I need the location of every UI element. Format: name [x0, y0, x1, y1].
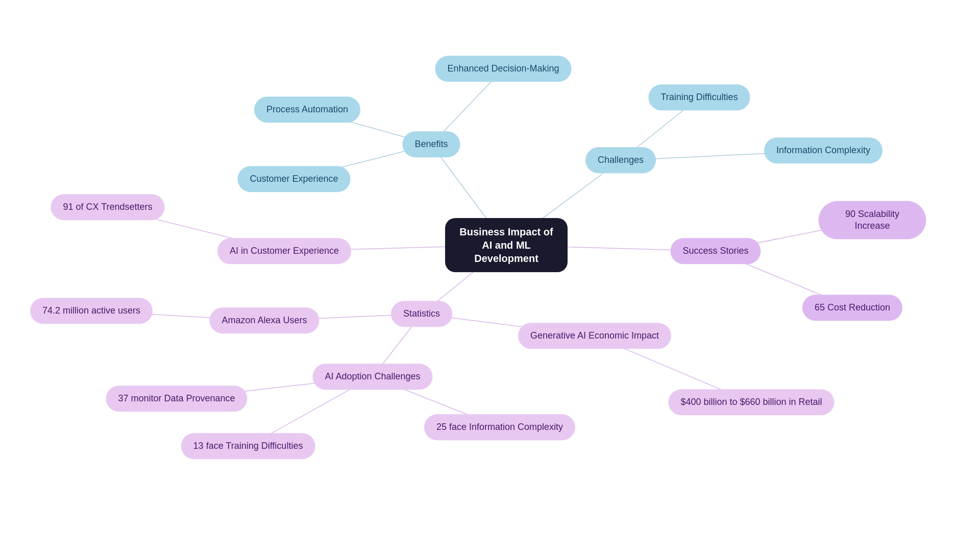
cost-reduction: 65 Cost Reduction [802, 295, 902, 321]
scalability: 90 Scalability Increase [819, 201, 926, 239]
info-complexity-bottom: 25 face Information Complexity [424, 414, 575, 440]
mindmap-container: Business Impact of AI and ML Development… [0, 0, 980, 553]
ai-adoption: AI Adoption Challenges [312, 364, 432, 390]
training-difficulties-top: Training Difficulties [648, 84, 750, 110]
active-users: 74.2 million active users [30, 298, 153, 324]
customer-experience-node: Customer Experience [237, 166, 350, 192]
training-difficulties-bottom: 13 face Training Difficulties [181, 433, 315, 459]
challenges: Challenges [585, 147, 656, 173]
data-provenance: 37 monitor Data Provenance [106, 386, 247, 412]
cx-trendsetters: 91 of CX Trendsetters [51, 194, 164, 220]
success-stories: Success Stories [670, 238, 761, 264]
connections-svg [0, 0, 980, 553]
statistics: Statistics [391, 301, 452, 327]
information-complexity-top: Information Complexity [764, 137, 883, 163]
ai-customer-exp: AI in Customer Experience [217, 238, 351, 264]
amazon-alexa: Amazon Alexa Users [209, 307, 319, 333]
center: Business Impact of AI and ML Development [445, 218, 568, 272]
enhanced-decision: Enhanced Decision-Making [435, 56, 571, 82]
retail-impact: $400 billion to $660 billion in Retail [668, 389, 834, 415]
process-automation: Process Automation [254, 97, 360, 123]
benefits: Benefits [402, 131, 460, 157]
gen-ai-impact: Generative AI Economic Impact [518, 323, 671, 349]
